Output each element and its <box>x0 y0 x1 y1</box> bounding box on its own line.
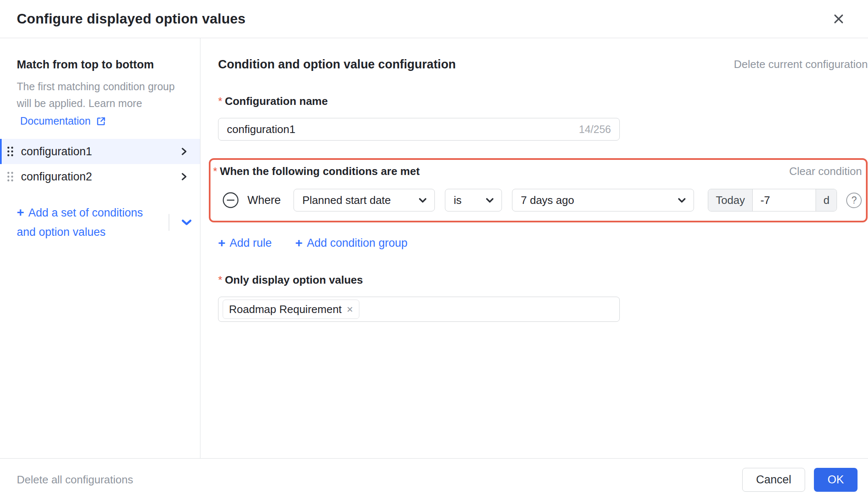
condition-value-select[interactable]: 7 days ago <box>512 189 694 211</box>
condition-operator-select[interactable]: is <box>445 189 502 211</box>
delete-current-configuration-button[interactable]: Delete current configuration <box>734 58 868 71</box>
sidebar-intro: Match from top to bottom The first match… <box>0 58 200 127</box>
condition-rule-row: Where Planned start date is <box>222 189 862 211</box>
configuration-list-item-2[interactable]: configuration2 <box>0 164 200 189</box>
panel-header: Condition and option value configuration… <box>218 57 868 71</box>
configuration-panel: Condition and option value configuration… <box>200 38 868 458</box>
delete-all-configurations-button[interactable]: Delete all configurations <box>17 473 133 486</box>
dialog-header: Configure displayed option values <box>0 0 868 38</box>
add-set-label: Add a set of conditions and option value… <box>17 206 143 238</box>
configure-displayed-option-values-dialog: Configure displayed option values Match … <box>0 0 868 501</box>
dialog-body: Match from top to bottom The first match… <box>0 38 868 458</box>
configuration-name-value: configuration1 <box>227 123 295 136</box>
condition-actions: +Add rule +Add condition group <box>218 236 868 250</box>
configurations-sidebar: Match from top to bottom The first match… <box>0 38 200 458</box>
configuration-name-input[interactable]: configuration1 14/256 <box>218 118 620 141</box>
option-values-input[interactable]: Roadmap Requirement × <box>218 297 620 322</box>
character-counter: 14/256 <box>579 123 611 136</box>
external-link-icon <box>96 116 107 127</box>
conditions-header: * When the following conditions are met … <box>213 165 862 178</box>
date-base-label: Today <box>708 189 753 211</box>
configuration-list: configuration1 <box>0 139 200 189</box>
drag-handle-icon[interactable] <box>7 146 15 157</box>
drag-handle-icon[interactable] <box>7 171 15 183</box>
configuration-list-item-1[interactable]: configuration1 <box>0 139 200 164</box>
add-condition-group-button[interactable]: +Add condition group <box>295 236 408 250</box>
footer-buttons: Cancel OK <box>742 468 858 492</box>
close-button[interactable] <box>829 10 848 28</box>
sidebar-description: The first matching condition group will … <box>17 78 183 112</box>
date-offset-input[interactable]: -7 <box>753 189 816 211</box>
dialog-title: Configure displayed option values <box>17 11 246 27</box>
plus-icon: + <box>295 236 303 250</box>
required-marker: * <box>218 95 222 108</box>
clear-condition-button[interactable]: Clear condition <box>789 165 862 178</box>
add-rule-button[interactable]: +Add rule <box>218 236 272 250</box>
option-value-tag: Roadmap Requirement × <box>223 300 359 319</box>
chevron-down-icon <box>418 198 427 203</box>
configuration-item-label: configuration2 <box>21 170 181 183</box>
chevron-right-icon <box>181 146 187 157</box>
condition-field-value: Planned start date <box>302 194 391 207</box>
date-offset-group: Today -7 d <box>708 189 837 211</box>
conditions-section-highlighted: * When the following conditions are met … <box>209 158 868 222</box>
option-values-field: * Only display option values Roadmap Req… <box>218 274 868 322</box>
cancel-button[interactable]: Cancel <box>742 468 805 492</box>
configuration-name-field: * Configuration name configuration1 14/2… <box>218 95 868 141</box>
documentation-link-label: Documentation <box>20 115 91 127</box>
sidebar-heading: Match from top to bottom <box>17 58 183 71</box>
condition-operator-value: is <box>454 194 462 207</box>
chevron-right-icon <box>181 172 187 182</box>
panel-heading: Condition and option value configuration <box>218 57 456 71</box>
option-values-label: * Only display option values <box>218 274 868 287</box>
minus-circle-icon <box>222 192 239 209</box>
help-icon[interactable]: ? <box>846 193 862 208</box>
condition-value: 7 days ago <box>521 194 574 207</box>
dialog-footer: Delete all configurations Cancel OK <box>0 458 868 501</box>
required-marker: * <box>213 165 217 178</box>
required-marker: * <box>218 274 222 287</box>
plus-icon: + <box>218 236 226 250</box>
condition-field-select[interactable]: Planned start date <box>294 189 435 211</box>
date-unit-label: d <box>816 189 837 211</box>
close-icon <box>832 13 845 25</box>
documentation-link[interactable]: Documentation <box>20 115 107 127</box>
vertical-divider <box>169 214 169 231</box>
configuration-name-label: * Configuration name <box>218 95 868 108</box>
remove-rule-button[interactable] <box>222 192 239 209</box>
add-set-row: +Add a set of conditions and option valu… <box>0 203 200 242</box>
option-value-tag-label: Roadmap Requirement <box>229 303 342 316</box>
conditions-label: * When the following conditions are met <box>213 165 420 178</box>
ok-button[interactable]: OK <box>814 468 858 492</box>
chevron-down-icon <box>486 198 494 203</box>
where-label: Where <box>247 194 284 207</box>
add-set-of-conditions-button[interactable]: +Add a set of conditions and option valu… <box>17 203 164 242</box>
expand-add-options-button[interactable] <box>181 219 192 226</box>
chevron-down-icon <box>181 219 192 226</box>
chevron-down-icon <box>678 198 686 203</box>
plus-icon: + <box>17 205 24 219</box>
configuration-item-label: configuration1 <box>21 145 181 158</box>
remove-tag-icon[interactable]: × <box>347 304 353 315</box>
